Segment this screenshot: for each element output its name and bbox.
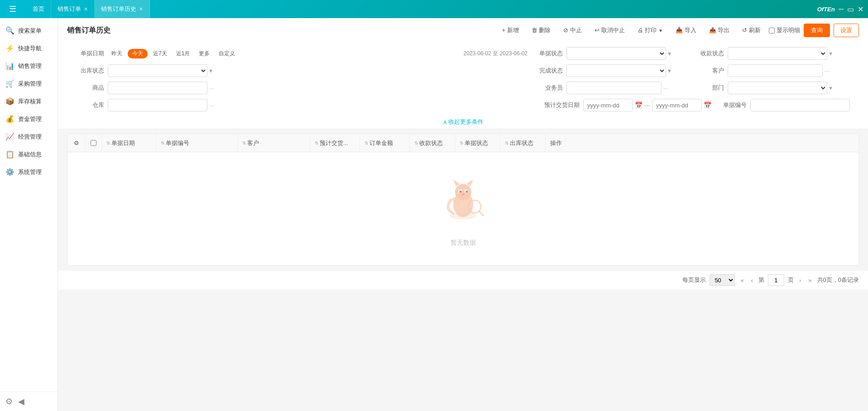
tab-sales-order-close[interactable]: ✕ bbox=[84, 6, 88, 12]
complete-status-select[interactable] bbox=[566, 64, 666, 77]
date-option-7days[interactable]: 近7天 bbox=[149, 49, 171, 58]
last-page-icon: » bbox=[808, 277, 811, 284]
date-option-custom[interactable]: 自定义 bbox=[215, 49, 239, 58]
tab-bar: ☰ 首页 销售订单 ✕ 销售订单历史 ✕ bbox=[5, 0, 150, 18]
salesperson-input[interactable] bbox=[566, 82, 662, 94]
th-settings[interactable]: ⚙ bbox=[67, 134, 86, 152]
pagination-bar: 每页显示 50 10 20 100 « ‹ 第 页 › » 共0页，0条记录 bbox=[58, 270, 868, 290]
delete-button[interactable]: 🗑 删除 bbox=[527, 24, 556, 37]
import-button[interactable]: 📥 导入 bbox=[671, 24, 701, 37]
goods-input[interactable] bbox=[108, 82, 207, 94]
tab-sales-order[interactable]: 销售订单 ✕ bbox=[51, 0, 95, 18]
th-date-sort-icon: ⇅ bbox=[106, 140, 110, 145]
sidebar-item-quick-nav[interactable]: ⚡ 快捷导航 bbox=[0, 39, 58, 57]
query-button[interactable]: 查询 bbox=[804, 24, 830, 37]
prev-page-icon: ‹ bbox=[751, 277, 753, 284]
tab-home[interactable]: 首页 bbox=[26, 0, 51, 18]
sidebar-item-purchase-mgmt[interactable]: 🛒 采购管理 bbox=[0, 75, 58, 92]
th-out-status[interactable]: ⇅ 出库状态 bbox=[500, 134, 546, 152]
page-header: 销售订单历史 + 新增 🗑 删除 ⊘ 中止 ↩ 取消中止 🖨 bbox=[58, 18, 868, 129]
cancel-stop-button[interactable]: ↩ 取消中止 bbox=[590, 24, 629, 37]
display-cols-toggle[interactable]: 显示明细 bbox=[769, 26, 800, 34]
sidebar-collapse-icon[interactable]: ◀ bbox=[18, 396, 24, 406]
window-minimize[interactable]: ─ bbox=[839, 5, 844, 13]
customer-input[interactable] bbox=[728, 64, 823, 77]
select-all-checkbox[interactable] bbox=[91, 140, 96, 146]
print-button[interactable]: 🖨 打印 ▼ bbox=[633, 24, 668, 37]
display-cols-checkbox[interactable] bbox=[769, 28, 775, 34]
salesperson-filter-label: 业务员 bbox=[535, 84, 566, 92]
th-customer[interactable]: ⇅ 客户 bbox=[238, 134, 310, 152]
th-pay-status[interactable]: ⇅ 收款状态 bbox=[410, 134, 455, 152]
sidebar-item-sys-mgmt[interactable]: ⚙️ 系统管理 bbox=[0, 163, 58, 181]
first-page-button[interactable]: « bbox=[739, 276, 745, 285]
th-pay-status-label: 收款状态 bbox=[419, 139, 443, 147]
pay-status-dropdown-icon: ▾ bbox=[829, 50, 832, 57]
customer-dots-btn[interactable]: ··· bbox=[823, 68, 831, 74]
th-date[interactable]: ⇅ 单据日期 bbox=[102, 134, 156, 152]
new-button[interactable]: + 新增 bbox=[498, 24, 523, 37]
sidebar-item-inventory[interactable]: 📦 库存核算 bbox=[0, 92, 58, 110]
salesperson-dots-btn[interactable]: ··· bbox=[662, 85, 670, 92]
sidebar-item-base-info[interactable]: 📋 基础信息 bbox=[0, 145, 58, 163]
settings-icon: ⚙ bbox=[74, 140, 79, 146]
warehouse-dots-btn[interactable]: ··· bbox=[207, 102, 216, 109]
th-bill-status[interactable]: ⇅ 单据状态 bbox=[455, 134, 500, 152]
window-close[interactable]: ✕ bbox=[858, 5, 863, 14]
per-page-select[interactable]: 50 10 20 100 bbox=[710, 274, 735, 286]
empty-illustration bbox=[436, 179, 490, 233]
tab-sales-order-history[interactable]: 销售订单历史 ✕ bbox=[95, 0, 150, 18]
goods-dots-btn[interactable]: ··· bbox=[207, 85, 216, 92]
new-label: + 新增 bbox=[502, 26, 519, 34]
set-button[interactable]: 设置 bbox=[834, 24, 859, 37]
refresh-button[interactable]: ↺ 刷新 bbox=[738, 24, 765, 37]
tab-sales-order-history-close[interactable]: ✕ bbox=[139, 6, 143, 12]
out-status-select[interactable] bbox=[108, 64, 207, 77]
th-delivery[interactable]: ⇅ 预计交货... bbox=[310, 134, 360, 152]
th-actions: 操作 bbox=[546, 134, 858, 152]
th-bill-status-sort-icon: ⇅ bbox=[460, 140, 463, 145]
tab-sales-order-history-label: 销售订单历史 bbox=[101, 5, 136, 13]
th-customer-label: 客户 bbox=[247, 139, 259, 147]
next-page-button[interactable]: › bbox=[797, 276, 803, 285]
finance-mgmt-icon: 💰 bbox=[5, 115, 14, 123]
sidebar-item-sys-mgmt-label: 系统管理 bbox=[18, 168, 42, 176]
dept-select[interactable] bbox=[728, 82, 827, 94]
filter-row-3: 商品 ··· 业务员 ··· 部门 ▾ bbox=[76, 82, 850, 94]
th-bill-status-label: 单据状态 bbox=[465, 139, 488, 147]
th-num[interactable]: ⇅ 单据编号 bbox=[156, 134, 238, 152]
stop-button[interactable]: ⊘ 中止 bbox=[559, 24, 586, 37]
sidebar-item-search-menu[interactable]: 🔍 搜索菜单 bbox=[0, 22, 58, 39]
th-check[interactable] bbox=[86, 134, 102, 152]
date-option-yesterday[interactable]: 昨天 bbox=[108, 49, 126, 58]
sidebar-item-finance-mgmt[interactable]: 💰 资金管理 bbox=[0, 110, 58, 128]
export-button[interactable]: 📤 导出 bbox=[705, 24, 734, 37]
page-title: 销售订单历史 bbox=[67, 26, 110, 35]
sidebar-item-sales-mgmt[interactable]: 📊 销售管理 bbox=[0, 57, 58, 75]
delivery-date-to-calendar[interactable]: 📅 bbox=[704, 102, 711, 109]
date-option-more[interactable]: 更多 bbox=[195, 49, 213, 58]
pay-status-select[interactable] bbox=[728, 47, 827, 60]
delivery-date-dash: — bbox=[644, 102, 650, 109]
th-out-status-label: 出库状态 bbox=[510, 139, 533, 147]
delivery-date-from[interactable] bbox=[583, 99, 633, 111]
th-amount[interactable]: ⇅ 订单金额 bbox=[360, 134, 410, 152]
warehouse-input[interactable] bbox=[108, 99, 207, 111]
date-option-today[interactable]: 今天 bbox=[128, 49, 148, 58]
delivery-date-from-calendar[interactable]: 📅 bbox=[635, 102, 643, 109]
last-page-button[interactable]: » bbox=[806, 276, 813, 285]
page-input[interactable] bbox=[768, 274, 784, 286]
delivery-date-to[interactable] bbox=[652, 99, 702, 111]
collapse-button[interactable]: ∧ 收起更多条件 bbox=[443, 118, 484, 126]
window-restore[interactable]: ▭ bbox=[847, 5, 854, 14]
empty-svg bbox=[436, 179, 490, 225]
complete-status-filter-label: 完成状态 bbox=[535, 67, 566, 75]
prev-page-button[interactable]: ‹ bbox=[749, 276, 755, 285]
sidebar-settings-icon[interactable]: ⚙ bbox=[5, 396, 13, 406]
delete-label: 🗑 删除 bbox=[532, 26, 551, 34]
date-option-1month[interactable]: 近1月 bbox=[173, 49, 194, 58]
stop-label: ⊘ 中止 bbox=[563, 26, 582, 34]
bill-num-input[interactable] bbox=[750, 99, 850, 111]
bill-status-select[interactable] bbox=[566, 47, 666, 60]
sidebar-item-ops-mgmt[interactable]: 📈 经营管理 bbox=[0, 128, 58, 145]
